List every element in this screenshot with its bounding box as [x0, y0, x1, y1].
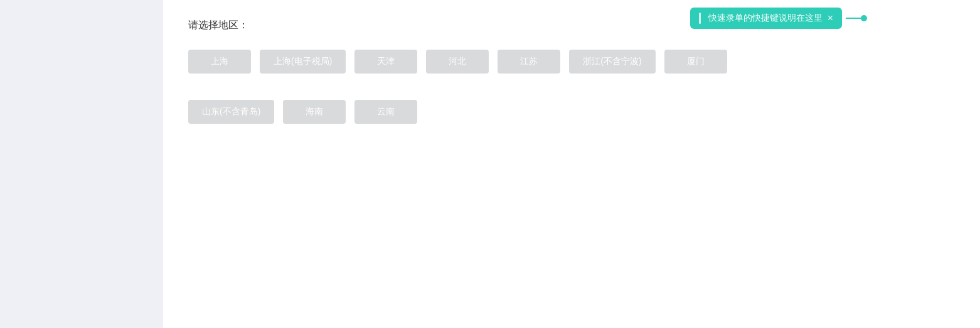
- region-row-2: 山东(不含青岛)海南云南: [188, 100, 417, 124]
- region-button-jiangsu[interactable]: 江苏: [498, 50, 560, 74]
- tooltip-close-button[interactable]: ×: [828, 13, 833, 23]
- tooltip-container: 快速录单的快捷键说明在这里 ×: [690, 8, 867, 29]
- region-buttons: 上海上海(电子税局)天津河北江苏浙江(不含宁波)厦门 山东(不含青岛)海南云南: [188, 50, 955, 124]
- tooltip-text: 快速录单的快捷键说明在这里: [708, 13, 823, 24]
- region-button-tianjin[interactable]: 天津: [354, 50, 417, 74]
- region-row-1: 上海上海(电子税局)天津河北江苏浙江(不含宁波)厦门: [188, 50, 727, 74]
- region-button-yunnan[interactable]: 云南: [354, 100, 417, 124]
- main-content: 请选择地区： 上海上海(电子税局)天津河北江苏浙江(不含宁波)厦门 山东(不含青…: [163, 0, 980, 328]
- region-button-xiamen[interactable]: 厦门: [664, 50, 727, 74]
- region-button-hebei[interactable]: 河北: [426, 50, 489, 74]
- region-button-shanghai-etax[interactable]: 上海(电子税局): [260, 50, 346, 74]
- tooltip-bubble: 快速录单的快捷键说明在这里 ×: [690, 8, 842, 29]
- tooltip-indicator: [846, 15, 867, 21]
- tooltip-dot: [861, 15, 867, 21]
- region-button-shanghai[interactable]: 上海: [188, 50, 251, 74]
- region-button-hainan[interactable]: 海南: [283, 100, 346, 124]
- region-button-zhejiang[interactable]: 浙江(不含宁波): [569, 50, 655, 74]
- tooltip-line: [846, 18, 861, 19]
- sidebar: [0, 0, 163, 328]
- region-button-shandong[interactable]: 山东(不含青岛): [188, 100, 274, 124]
